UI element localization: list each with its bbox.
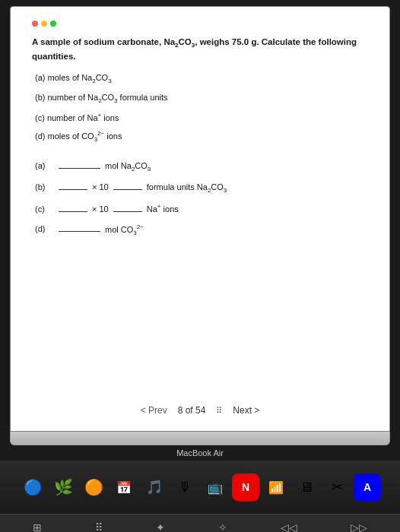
key-f5-icon: ✦ bbox=[156, 521, 165, 532]
key-f5[interactable]: ✦ F5 bbox=[156, 521, 165, 532]
macbook-label: MacBook Air bbox=[0, 445, 400, 461]
dock-item-launchpad[interactable]: 🟠 bbox=[80, 473, 107, 501]
dock-item-finder[interactable]: 🔵 bbox=[19, 473, 46, 501]
key-f3-icon: ⊞ bbox=[33, 521, 42, 532]
answer-row-a: (a) mol Na2CO3 bbox=[35, 160, 368, 175]
answer-row-d: (d) mol CO32− bbox=[35, 223, 368, 239]
multiplier-c: × 10 bbox=[92, 203, 109, 217]
sub-question-d: (d) moles of CO32− ions bbox=[35, 129, 368, 145]
next-button[interactable]: Next > bbox=[233, 405, 259, 416]
label-d: (d) bbox=[35, 223, 56, 236]
page-info: 8 of 54 bbox=[178, 405, 206, 416]
key-f6-icon: ✧ bbox=[218, 521, 227, 532]
dock-item-calendar[interactable]: 📅 bbox=[110, 473, 138, 501]
unit-d: mol CO32− bbox=[103, 223, 144, 239]
dock-item-tv[interactable]: 📺 bbox=[202, 473, 229, 501]
key-f8[interactable]: ▷▷ F8 bbox=[351, 521, 367, 532]
dock-item-safari[interactable]: 🌿 bbox=[49, 473, 77, 501]
dock-item-signal[interactable]: 📶 bbox=[262, 473, 290, 501]
blank-a[interactable] bbox=[59, 168, 100, 169]
key-f7[interactable]: ◁◁ F7 bbox=[281, 521, 297, 532]
dock-item-scissors[interactable]: ✂ bbox=[323, 473, 351, 501]
dock-item-podcast[interactable]: 🎙 bbox=[171, 473, 198, 501]
dock-item-music[interactable]: 🎵 bbox=[141, 473, 168, 501]
nav-bar: < Prev 8 of 54 ⠿ Next > bbox=[32, 397, 368, 420]
key-f8-icon: ▷▷ bbox=[351, 521, 367, 532]
key-f3[interactable]: ⊞ F3 bbox=[33, 521, 42, 532]
question-area: A sample of sodium carbonate, Na2CO3, we… bbox=[32, 36, 368, 397]
main-question: A sample of sodium carbonate, Na2CO3, we… bbox=[32, 36, 368, 64]
dock: 🔵 🌿 🟠 📅 🎵 🎙 📺 N 📶 🖥 ✂ A bbox=[0, 461, 400, 514]
label-a: (a) bbox=[35, 160, 56, 173]
dock-item-news[interactable]: N bbox=[232, 473, 259, 501]
multiplier-b: × 10 bbox=[92, 181, 109, 195]
dot-yellow[interactable] bbox=[41, 21, 47, 27]
key-f7-icon: ◁◁ bbox=[281, 521, 297, 532]
unit-b: formula units Na2CO3 bbox=[144, 181, 227, 196]
dock-item-monitor[interactable]: 🖥 bbox=[293, 473, 320, 501]
unit-a: mol Na2CO3 bbox=[103, 160, 151, 175]
dot-red[interactable] bbox=[32, 21, 38, 27]
answer-row-b: (b) × 10 formula units Na2CO3 bbox=[35, 181, 368, 196]
macbook-chin bbox=[10, 432, 390, 445]
key-f4-icon: ⠿ bbox=[95, 521, 103, 532]
dot-green[interactable] bbox=[50, 21, 56, 27]
dock-item-accessibility[interactable]: A bbox=[354, 473, 381, 501]
unit-c: Na+ ions bbox=[144, 202, 179, 216]
prev-button[interactable]: < Prev bbox=[141, 405, 167, 416]
blank-b1[interactable] bbox=[59, 189, 87, 190]
top-bar bbox=[32, 21, 368, 27]
sub-question-b: (b) number of Na2CO3 formula units bbox=[35, 91, 368, 106]
keyboard-row: ⊞ F3 ⠿ F4 ✦ F5 ✧ F6 ◁◁ F7 ▷▷ F8 bbox=[0, 514, 400, 532]
browser-content: A sample of sodium carbonate, Na2CO3, we… bbox=[11, 7, 389, 431]
sub-question-c: (c) number of Na+ ions bbox=[35, 111, 368, 125]
label-c: (c) bbox=[35, 203, 56, 217]
blank-c1[interactable] bbox=[59, 211, 87, 212]
screen: A sample of sodium carbonate, Na2CO3, we… bbox=[10, 6, 390, 432]
grid-icon[interactable]: ⠿ bbox=[216, 406, 222, 416]
blank-c2[interactable] bbox=[113, 211, 142, 212]
blank-d[interactable] bbox=[59, 231, 100, 232]
sub-question-a: (a) moles of Na2CO3 bbox=[35, 71, 368, 87]
key-f4[interactable]: ⠿ F4 bbox=[95, 521, 103, 532]
key-f6[interactable]: ✧ F6 bbox=[218, 521, 227, 532]
answer-row-c: (c) × 10 Na+ ions bbox=[35, 202, 368, 216]
blank-b2[interactable] bbox=[113, 189, 142, 190]
label-b: (b) bbox=[35, 181, 56, 195]
